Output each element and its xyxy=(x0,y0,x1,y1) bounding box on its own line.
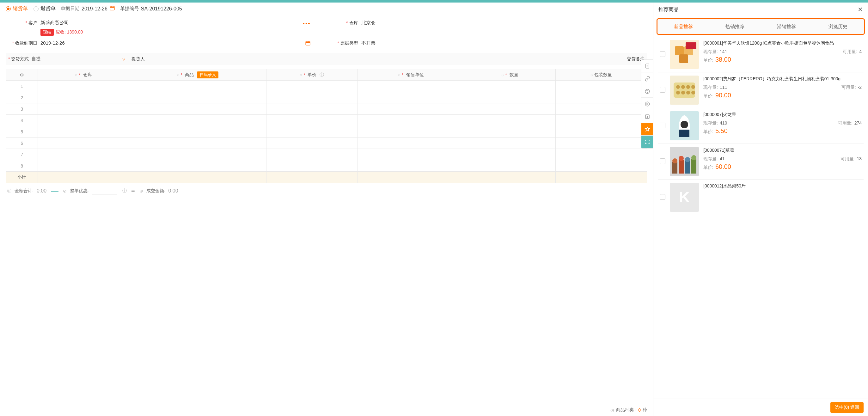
tab-new[interactable]: 新品推荐 xyxy=(657,19,709,34)
table-row[interactable]: 8 xyxy=(6,160,647,172)
row-number: 1 xyxy=(6,81,38,92)
svg-point-32 xyxy=(681,121,688,128)
stock-value: 41 xyxy=(720,156,725,161)
svg-point-12 xyxy=(645,89,650,94)
product-count-label: 商品种类 : xyxy=(616,407,636,413)
side-link-icon[interactable] xyxy=(641,72,653,85)
avail-value: 274 xyxy=(855,121,862,126)
svg-rect-22 xyxy=(674,83,695,98)
chevron-down-icon[interactable]: ▽ xyxy=(122,57,125,61)
warehouse-input[interactable]: 北京仓 xyxy=(361,19,635,27)
row-number: 8 xyxy=(6,160,38,172)
doc-date-field: 单据日期 2019-12-26 xyxy=(61,5,115,12)
tab-hot[interactable]: 热销推荐 xyxy=(709,19,761,34)
discount-icon: ⊘ xyxy=(63,188,67,193)
side-toolbar xyxy=(641,59,653,149)
svg-point-28 xyxy=(681,91,685,95)
help-icon[interactable]: ⓘ xyxy=(122,188,127,194)
svg-point-42 xyxy=(691,155,696,160)
svg-rect-36 xyxy=(679,160,684,173)
product-item[interactable]: [00000071]草莓 现存量:41 可用量:13 单价:60.00 xyxy=(658,144,864,180)
table-row[interactable]: 3 xyxy=(6,103,647,115)
product-checkbox[interactable] xyxy=(660,87,665,93)
help-icon[interactable]: ⓘ xyxy=(319,72,324,78)
calendar-icon[interactable] xyxy=(110,5,115,12)
tab-sales[interactable]: 销货单 xyxy=(6,5,28,12)
invoice-type-input[interactable]: 不开票 xyxy=(361,39,635,47)
product-info: [0000012]水晶梨50斤 xyxy=(703,183,862,192)
product-item[interactable]: [0000001]华美华夫软饼1200g 糕点零食小吃手撕面包早餐休闲食品 现存… xyxy=(658,37,864,72)
deal-icon: ⊕ xyxy=(140,188,143,193)
table-row[interactable]: 4 xyxy=(6,115,647,126)
product-checkbox[interactable] xyxy=(660,123,665,128)
table-row[interactable]: 5 xyxy=(6,126,647,137)
side-expand-icon[interactable] xyxy=(641,136,653,148)
picker-label: 提货人 xyxy=(131,56,145,62)
side-doc-icon[interactable] xyxy=(641,60,653,72)
product-list: [0000001]华美华夫软饼1200g 糕点零食小吃手撕面包早餐休闲食品 现存… xyxy=(653,35,868,398)
product-info: [0000001]华美华夫软饼1200g 糕点零食小吃手撕面包早餐休闲食品 现存… xyxy=(703,40,862,64)
select-return-button[interactable]: 选中(0) 返回 xyxy=(830,402,864,413)
due-date-input[interactable]: 2019-12-26 xyxy=(40,39,314,46)
price-value: 90.00 xyxy=(715,92,731,99)
tab-history[interactable]: 浏览历史 xyxy=(812,19,864,34)
col-qty[interactable]: ◇*数量 xyxy=(464,69,555,81)
more-icon[interactable]: ••• xyxy=(303,21,311,27)
customer-input[interactable]: 新盛商贸公司 xyxy=(40,19,314,27)
product-title: [0000007]火龙果 xyxy=(703,111,862,118)
product-item[interactable]: [0000002]费列罗（FERRERO）巧克力礼盒装生日礼物礼盒装01-300… xyxy=(658,72,864,108)
svg-point-29 xyxy=(686,91,690,95)
delivery-method-input[interactable]: 自提 xyxy=(31,56,82,62)
col-product[interactable]: ◇*商品扫码录入 xyxy=(129,69,267,81)
product-checkbox[interactable] xyxy=(660,51,665,57)
recommend-tabs-wrap: 新品推荐 热销推荐 滞销推荐 浏览历史 xyxy=(653,17,868,35)
col-settings[interactable]: ⚙ xyxy=(6,69,38,81)
svg-rect-19 xyxy=(679,54,688,63)
price-value: 60.00 xyxy=(715,163,731,170)
table-row[interactable]: 6 xyxy=(6,137,647,149)
scan-button[interactable]: 扫码录入 xyxy=(197,71,218,78)
calendar-icon[interactable] xyxy=(305,40,311,47)
close-icon[interactable]: ✕ xyxy=(858,6,863,13)
svg-point-41 xyxy=(685,157,690,162)
stock-value: 141 xyxy=(720,49,727,54)
warehouse-label: 仓库 xyxy=(349,20,358,25)
side-clear-icon[interactable] xyxy=(641,98,653,110)
svg-rect-35 xyxy=(672,162,677,173)
avail-value: 4 xyxy=(859,49,862,54)
side-swap-icon[interactable] xyxy=(641,85,653,98)
product-thumbnail xyxy=(670,40,699,69)
row-number: 7 xyxy=(6,149,38,160)
svg-marker-15 xyxy=(645,127,650,131)
row-number: 5 xyxy=(6,126,38,137)
side-yen-icon[interactable] xyxy=(641,110,653,123)
due-date-field: *收款到期日 2019-12-26 xyxy=(6,38,327,49)
tab-slow[interactable]: 滞销推荐 xyxy=(761,19,812,34)
discount-input[interactable] xyxy=(92,188,117,194)
equals-icon: = xyxy=(131,188,135,195)
col-pack[interactable]: ◇包装数量 xyxy=(555,69,647,81)
col-unit[interactable]: ◇*销售单位 xyxy=(358,69,464,81)
product-info: [0000002]费列罗（FERRERO）巧克力礼盒装生日礼物礼盒装01-300… xyxy=(703,75,862,100)
table-row[interactable]: 7 xyxy=(6,149,647,160)
product-item[interactable]: K [0000012]水晶梨50斤 xyxy=(658,180,864,215)
tab-return[interactable]: 退货单 xyxy=(33,5,56,12)
product-checkbox[interactable] xyxy=(660,158,665,164)
doc-type-tabs: 销货单 退货单 xyxy=(6,5,56,12)
svg-point-27 xyxy=(676,91,680,95)
svg-point-26 xyxy=(691,85,695,89)
doc-date-value[interactable]: 2019-12-26 xyxy=(82,6,107,12)
svg-point-23 xyxy=(676,85,680,89)
product-thumbnail: K xyxy=(670,183,699,212)
picker-field: 提货人 xyxy=(131,56,198,62)
side-star-icon[interactable] xyxy=(641,123,653,136)
amount-total-label: 金额合计: xyxy=(14,188,33,194)
col-warehouse[interactable]: ◇*仓库 xyxy=(38,69,129,81)
line-items-table: ⚙ ◇*仓库 ◇*商品扫码录入 ◇*单价ⓘ ◇*销售单位 ◇*数量 ◇包装数量 … xyxy=(6,69,647,183)
col-price[interactable]: ◇*单价ⓘ xyxy=(266,69,358,81)
table-row[interactable]: 1 xyxy=(6,81,647,92)
product-item[interactable]: [0000007]火龙果 现存量:410 可用量:274 单价:5.50 xyxy=(658,108,864,144)
product-checkbox[interactable] xyxy=(660,194,665,200)
table-row[interactable]: 2 xyxy=(6,92,647,103)
row-number: 4 xyxy=(6,115,38,126)
